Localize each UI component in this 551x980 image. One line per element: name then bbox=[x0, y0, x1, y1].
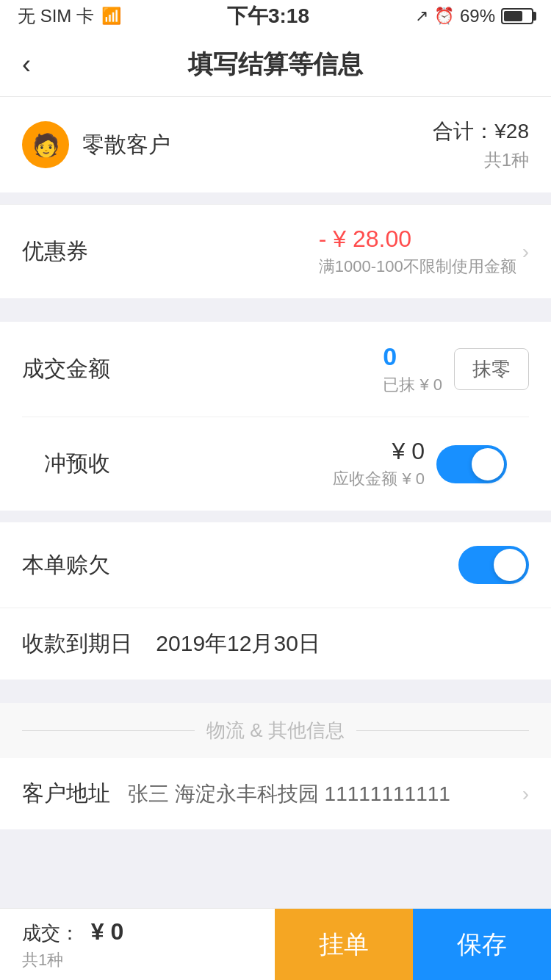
deal-amount-label: 成交金额 bbox=[22, 354, 110, 384]
bottom-deal-label: 成交： bbox=[22, 922, 79, 944]
status-right: ↗ ⏰ 69% bbox=[415, 6, 533, 26]
battery-fill bbox=[504, 11, 522, 21]
coupon-right: - ¥ 28.00 满1000-100不限制使用金额 › bbox=[319, 226, 529, 278]
pre-collect-right: ¥ 0 应收金额 ¥ 0 bbox=[333, 438, 507, 490]
customer-left: 🧑 零散客户 bbox=[22, 121, 170, 168]
location-icon: ↗ bbox=[415, 7, 428, 26]
logistics-label: 物流 & 其他信息 bbox=[22, 718, 529, 743]
back-button[interactable]: ‹ bbox=[22, 49, 31, 80]
debt-toggle-knob bbox=[494, 549, 526, 581]
address-value: 张三 海淀永丰科技园 11111111111 bbox=[128, 780, 522, 808]
pre-collect-toggle[interactable] bbox=[436, 445, 507, 483]
nav-bar: ‹ 填写结算等信息 bbox=[0, 32, 551, 97]
debt-label: 本单赊欠 bbox=[22, 550, 110, 580]
carrier-label: 无 SIM 卡 bbox=[18, 4, 94, 28]
bottom-deal-amount: ¥ 0 bbox=[91, 918, 123, 945]
amount-section: 成交金额 0 已抹 ¥ 0 抹零 冲预收 ¥ 0 应收金额 ¥ 0 bbox=[0, 322, 551, 511]
pre-collect-amounts: ¥ 0 应收金额 ¥ 0 bbox=[333, 438, 425, 490]
page-title: 填写结算等信息 bbox=[188, 48, 363, 82]
customer-section: 🧑 零散客户 合计：¥28 共1种 bbox=[0, 97, 551, 192]
customer-avatar: 🧑 bbox=[22, 121, 69, 168]
deal-amount-row: 成交金额 0 已抹 ¥ 0 抹零 bbox=[22, 322, 529, 417]
bottom-deal-row: 成交： ¥ 0 bbox=[22, 918, 253, 946]
customer-row: 🧑 零散客户 合计：¥28 共1种 bbox=[0, 97, 551, 192]
hang-button[interactable]: 挂单 bbox=[275, 909, 413, 981]
pre-collect-row: 冲预收 ¥ 0 应收金额 ¥ 0 bbox=[22, 417, 529, 511]
coupon-row[interactable]: 优惠券 - ¥ 28.00 满1000-100不限制使用金额 › bbox=[0, 204, 551, 298]
customer-summary: 合计：¥28 共1种 bbox=[433, 118, 529, 172]
alarm-icon: ⏰ bbox=[434, 7, 454, 26]
bottom-bar: 成交： ¥ 0 共1种 挂单 保存 bbox=[0, 908, 551, 980]
customer-count: 共1种 bbox=[433, 148, 529, 172]
address-row[interactable]: 客户地址 张三 海淀永丰科技园 11111111111 › bbox=[0, 758, 551, 829]
coupon-amount: - ¥ 28.00 bbox=[319, 226, 516, 253]
debt-row: 本单赊欠 bbox=[0, 522, 551, 608]
deal-amount-sub: 已抹 ¥ 0 bbox=[383, 374, 442, 396]
logistics-label-text: 物流 & 其他信息 bbox=[206, 718, 345, 743]
address-label: 客户地址 bbox=[22, 779, 110, 809]
status-bar: 无 SIM 卡 📶 下午3:18 ↗ ⏰ 69% bbox=[0, 0, 551, 32]
customer-name: 零散客户 bbox=[82, 130, 170, 160]
address-chevron-icon: › bbox=[522, 782, 529, 806]
due-date-row: 收款到期日 2019年12月30日 bbox=[0, 608, 551, 680]
pre-collect-label: 冲预收 bbox=[44, 449, 110, 479]
deal-amount-value: 0 bbox=[383, 342, 442, 371]
save-button[interactable]: 保存 bbox=[413, 909, 551, 981]
coupon-desc: 满1000-100不限制使用金额 bbox=[319, 256, 516, 278]
bottom-count: 共1种 bbox=[22, 949, 253, 971]
content-area: 🧑 零散客户 合计：¥28 共1种 优惠券 - ¥ 28.00 满1000-10… bbox=[0, 97, 551, 980]
coupon-section[interactable]: 优惠券 - ¥ 28.00 满1000-100不限制使用金额 › bbox=[0, 204, 551, 298]
battery-icon bbox=[501, 8, 533, 24]
due-date-value: 2019年12月30日 bbox=[156, 631, 320, 655]
logistics-section: 物流 & 其他信息 bbox=[0, 703, 551, 758]
debt-toggle[interactable] bbox=[458, 546, 529, 584]
coupon-right-text: - ¥ 28.00 满1000-100不限制使用金额 bbox=[319, 226, 516, 278]
status-left: 无 SIM 卡 📶 bbox=[18, 4, 121, 28]
gray-separator-3 bbox=[0, 691, 551, 703]
deal-amount-values: 0 已抹 ¥ 0 bbox=[383, 342, 442, 396]
gray-separator-2 bbox=[0, 511, 551, 522]
round-button[interactable]: 抹零 bbox=[454, 348, 529, 390]
coupon-label: 优惠券 bbox=[22, 237, 88, 267]
pre-collect-value: ¥ 0 bbox=[333, 438, 425, 465]
gray-separator-1 bbox=[0, 310, 551, 322]
toggle-knob bbox=[472, 448, 504, 480]
status-time: 下午3:18 bbox=[227, 2, 309, 30]
avatar-icon: 🧑 bbox=[32, 132, 60, 158]
deal-amount-right: 0 已抹 ¥ 0 抹零 bbox=[383, 342, 529, 396]
due-date-label: 收款到期日 bbox=[22, 631, 132, 655]
bottom-info: 成交： ¥ 0 共1种 bbox=[0, 918, 275, 971]
pre-collect-sub: 应收金额 ¥ 0 bbox=[333, 468, 425, 490]
coupon-chevron-icon: › bbox=[522, 240, 529, 264]
customer-total: 合计：¥28 bbox=[433, 118, 529, 145]
debt-section: 本单赊欠 收款到期日 2019年12月30日 bbox=[0, 522, 551, 680]
battery-percent: 69% bbox=[460, 6, 495, 26]
wifi-icon: 📶 bbox=[101, 7, 121, 26]
address-section[interactable]: 客户地址 张三 海淀永丰科技园 11111111111 › bbox=[0, 758, 551, 829]
